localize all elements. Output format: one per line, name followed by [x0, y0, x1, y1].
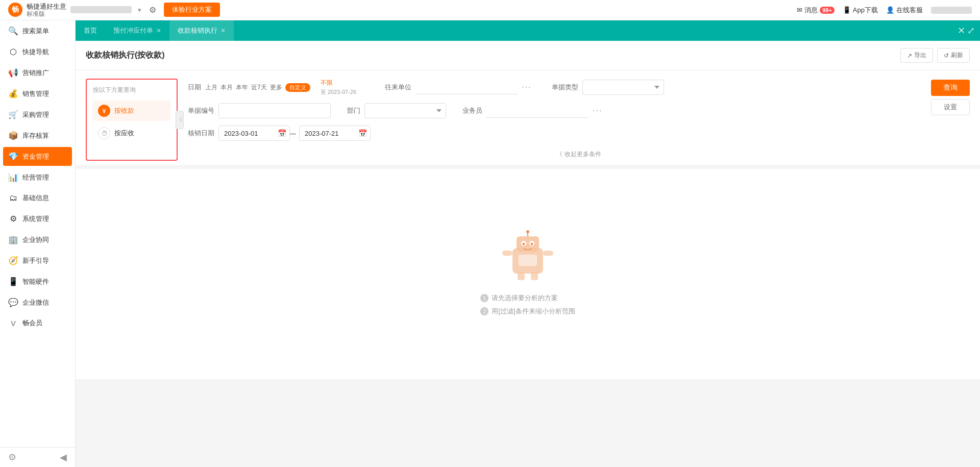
filter-option-by-receipt[interactable]: ¥ 按收款	[93, 101, 170, 121]
app-download-button[interactable]: 📱 App下载	[843, 6, 878, 15]
sidebar-label-guide: 新手引导	[22, 256, 49, 265]
sidebar-item-system[interactable]: ⚙ 系统管理	[0, 208, 75, 229]
staff-select-icon[interactable]: ···	[593, 106, 602, 115]
sidebar-label-enterprise: 企业协同	[22, 235, 49, 244]
tip-number-2: 2	[480, 307, 488, 315]
receivable-option-label: 按应收	[114, 129, 134, 138]
sidebar-item-shortcut[interactable]: ⬡ 快捷导航	[0, 41, 75, 62]
tab-prepay[interactable]: 预付冲应付单 ✕	[105, 20, 169, 41]
top-bar: 畅 畅捷通好生意 标准版 ▾ ⚙ 体验行业方案 ✉ 消息 99+ 📱 App下载…	[0, 0, 980, 20]
page-header-actions: ↗ 导出 ↺ 刷新	[900, 48, 970, 70]
empty-tips: 1 请先选择要分析的方案 2 用[过滤]条件来缩小分析范围	[480, 291, 575, 318]
svg-rect-11	[531, 272, 538, 280]
guide-icon: 🧭	[8, 256, 18, 265]
dept-label: 部门	[347, 106, 360, 115]
brand-name: 畅捷通好生意	[27, 3, 66, 11]
sidebar-item-marketing[interactable]: 📢 营销推广	[0, 62, 75, 83]
date-7days[interactable]: 近7天	[251, 83, 267, 92]
filter-option-by-receivable[interactable]: ⏱ 按应收	[93, 123, 170, 143]
date-custom-badge[interactable]: 自定义	[285, 83, 310, 92]
wechat-icon: 💬	[8, 298, 18, 307]
sidebar-settings-icon[interactable]: ⚙	[8, 452, 16, 463]
empty-state-container: 1 请先选择要分析的方案 2 用[过滤]条件来缩小分析范围	[76, 169, 980, 379]
verify-start-calendar-icon[interactable]: 📅	[278, 129, 286, 137]
mobile-icon: 📱	[843, 6, 851, 14]
sidebar-label-inventory: 库存核算	[22, 131, 49, 140]
dropdown-icon[interactable]: ▾	[138, 6, 141, 14]
sidebar-item-sales[interactable]: 💰 销售管理	[0, 83, 75, 104]
sidebar-item-purchase[interactable]: 🛒 采购管理	[0, 104, 75, 125]
sidebar-label-base: 基础信息	[22, 193, 49, 203]
export-button[interactable]: ↗ 导出	[900, 48, 933, 63]
date-more[interactable]: 更多	[270, 83, 282, 92]
filter-row-1: 日期 上月 本月 本年 近7天 更多 自定义	[188, 79, 923, 96]
tab-expand-icon[interactable]: ⤢	[967, 25, 975, 36]
settings-button[interactable]: 设置	[931, 99, 970, 115]
business-icon: 📊	[8, 173, 18, 182]
date-last-month[interactable]: 上月	[205, 83, 217, 92]
marketing-icon: 📢	[8, 68, 18, 78]
sidebar-item-inventory[interactable]: 📦 库存核算	[0, 125, 75, 146]
date-this-year[interactable]: 本年	[236, 83, 248, 92]
empty-illustration	[497, 230, 558, 281]
date-field: 日期 上月 本月 本年 近7天 更多 自定义	[188, 83, 310, 92]
receipt-option-icon: ¥	[98, 105, 110, 117]
settings-icon[interactable]: ⚙	[145, 3, 160, 17]
base-icon: 🗂	[8, 193, 18, 203]
svg-rect-10	[518, 272, 525, 280]
receipt-option-label: 按收款	[114, 106, 134, 115]
tab-home[interactable]: 首页	[76, 26, 105, 35]
filter-scheme-title: 按以下方案查询	[93, 86, 170, 94]
export-icon: ↗	[907, 52, 912, 59]
svg-point-7	[526, 230, 529, 233]
dept-select[interactable]	[364, 103, 446, 118]
sidebar-item-finance[interactable]: 💎 资金管理	[3, 147, 72, 166]
doctype-select[interactable]	[582, 80, 664, 95]
filter-row-2: 单据编号 部门 业务员 ···	[188, 103, 923, 118]
message-icon: ✉	[797, 6, 802, 14]
tab-receipt[interactable]: 收款核销执行 ✕	[169, 20, 234, 41]
empty-tip-row-1: 1 请先选择要分析的方案	[480, 291, 575, 305]
system-icon: ⚙	[8, 214, 18, 224]
sidebar-item-smart[interactable]: 📱 智能硬件	[0, 271, 75, 292]
account-info	[70, 6, 132, 13]
sidebar-item-member[interactable]: V 畅会员	[0, 313, 75, 333]
date-this-month[interactable]: 本月	[220, 83, 233, 92]
sidebar-label-shortcut: 快捷导航	[22, 47, 49, 57]
sidebar-item-guide[interactable]: 🧭 新手引导	[0, 250, 75, 271]
page-title: 收款核销执行(按收款)	[86, 50, 165, 68]
collapse-icon: 《	[556, 150, 562, 159]
sidebar-item-wechat[interactable]: 💬 企业微信	[0, 292, 75, 313]
date-shortcuts: 上月 本月 本年 近7天 更多 自定义	[205, 83, 310, 92]
party-select-icon[interactable]: ···	[522, 83, 531, 92]
tab-close-all-icon[interactable]: ✕	[958, 25, 965, 36]
tab-prepay-close[interactable]: ✕	[156, 27, 161, 34]
party-field: 往来单位 ···	[385, 80, 531, 94]
sidebar: 🔍 搜索菜单 ⬡ 快捷导航 📢 营销推广 💰 销售管理 🛒 采购管理 📦 库存核…	[0, 20, 76, 467]
doctype-field: 单据类型	[552, 80, 664, 95]
staff-label: 业务员	[462, 106, 482, 115]
tab-receipt-close[interactable]: ✕	[220, 27, 226, 34]
sidebar-label-search: 搜索菜单	[22, 27, 49, 36]
filter-collapse-button[interactable]: 《	[176, 111, 184, 129]
online-service-button[interactable]: 👤 在线客服	[886, 6, 923, 15]
sidebar-item-business[interactable]: 📊 经营管理	[0, 167, 75, 188]
docno-input[interactable]	[218, 103, 331, 118]
refresh-button[interactable]: ↺ 刷新	[937, 48, 970, 63]
svg-rect-9	[543, 251, 553, 256]
verify-end-calendar-icon[interactable]: 📅	[358, 129, 367, 137]
sidebar-collapse-icon[interactable]: ◀	[60, 452, 67, 463]
query-button[interactable]: 查询	[931, 80, 970, 96]
verify-date-range: 📅 — 📅	[218, 126, 367, 141]
svg-rect-12	[519, 255, 537, 266]
shortcut-icon: ⬡	[8, 47, 18, 57]
sidebar-item-enterprise[interactable]: 🏢 企业协同	[0, 229, 75, 250]
verify-date-field: 核销日期 📅 —	[188, 126, 367, 141]
sidebar-item-search[interactable]: 🔍 搜索菜单	[0, 20, 75, 41]
message-button[interactable]: ✉ 消息 99+	[797, 6, 835, 15]
filter-panel: 按以下方案查询 ¥ 按收款 ⏱ 按应收 《	[76, 70, 980, 165]
sales-icon: 💰	[8, 89, 18, 99]
collapse-more-button[interactable]: 《 收起更多条件	[188, 148, 970, 161]
sidebar-item-base[interactable]: 🗂 基础信息	[0, 188, 75, 208]
solution-button[interactable]: 体验行业方案	[164, 3, 220, 17]
